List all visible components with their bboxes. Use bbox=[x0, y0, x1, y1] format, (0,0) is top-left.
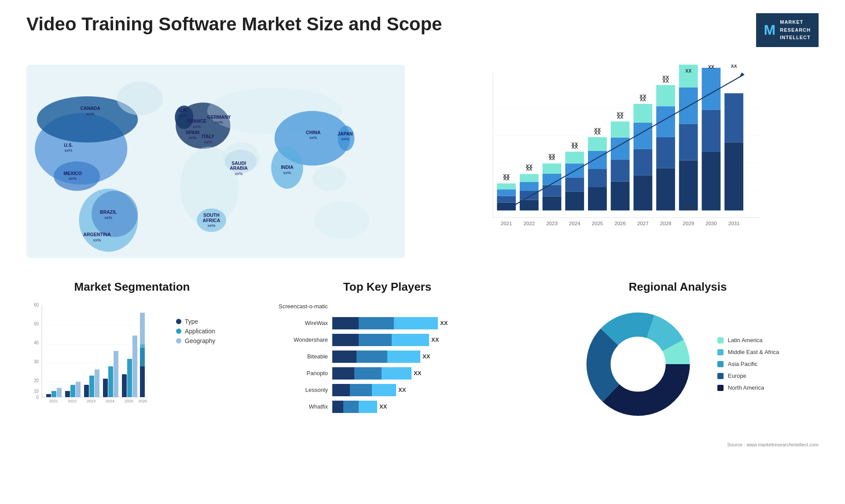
logo-text: MARKET RESEARCH INTELLECT bbox=[780, 18, 811, 42]
logo-box: M MARKET RESEARCH INTELLECT bbox=[756, 13, 819, 47]
svg-text:2021: 2021 bbox=[49, 399, 58, 403]
svg-text:2024: 2024 bbox=[569, 221, 580, 226]
svg-rect-105 bbox=[724, 142, 743, 210]
svg-rect-146 bbox=[57, 388, 62, 397]
svg-point-3 bbox=[54, 161, 100, 191]
header: Video Training Software Market Size and … bbox=[26, 13, 819, 47]
svg-text:2026: 2026 bbox=[614, 221, 626, 226]
svg-text:xx%: xx% bbox=[69, 176, 77, 181]
svg-text:2023: 2023 bbox=[87, 399, 96, 403]
legend-geography-dot bbox=[176, 338, 181, 343]
svg-rect-167 bbox=[140, 344, 145, 366]
svg-rect-166 bbox=[140, 366, 145, 397]
svg-text:10: 10 bbox=[34, 389, 39, 394]
svg-rect-62 bbox=[520, 200, 539, 210]
svg-rect-82 bbox=[611, 181, 630, 210]
player-row-lessonly: Lessonly XX bbox=[255, 384, 519, 396]
svg-rect-154 bbox=[95, 369, 99, 397]
svg-text:50: 50 bbox=[34, 321, 39, 326]
svg-text:XX: XX bbox=[708, 65, 715, 69]
svg-text:XX: XX bbox=[617, 114, 624, 120]
svg-rect-83 bbox=[611, 159, 630, 181]
svg-text:2030: 2030 bbox=[705, 221, 717, 226]
player-bar-screencast bbox=[332, 300, 519, 313]
player-row-biteable: Biteable XX bbox=[255, 351, 519, 363]
legend-application-label: Application bbox=[185, 328, 215, 335]
svg-text:xx%: xx% bbox=[65, 148, 73, 153]
svg-text:U.K.: U.K. bbox=[179, 107, 188, 113]
svg-rect-103 bbox=[702, 110, 721, 151]
legend-latin-america-color bbox=[717, 337, 724, 343]
legend-type: Type bbox=[176, 318, 215, 325]
svg-rect-64 bbox=[520, 182, 539, 191]
player-xx-whatfix: XX bbox=[379, 403, 387, 410]
svg-rect-150 bbox=[76, 382, 81, 397]
player-row-whatfix: Whatfix XX bbox=[255, 401, 519, 413]
legend-asia-pacific-label: Asia Pacific bbox=[728, 361, 757, 367]
svg-rect-75 bbox=[565, 152, 584, 164]
donut-chart bbox=[577, 303, 700, 426]
svg-text:ARGENTINA: ARGENTINA bbox=[83, 232, 111, 237]
svg-text:SOUTH: SOUTH bbox=[203, 212, 220, 218]
svg-text:AFRICA: AFRICA bbox=[203, 217, 220, 223]
svg-rect-106 bbox=[724, 93, 743, 142]
svg-rect-88 bbox=[633, 149, 652, 175]
svg-rect-98 bbox=[679, 124, 698, 160]
player-xx-biteable: XX bbox=[422, 353, 430, 360]
svg-text:40: 40 bbox=[34, 340, 39, 345]
page-title: Video Training Software Market Size and … bbox=[26, 13, 442, 35]
legend-geography: Geography bbox=[176, 337, 215, 344]
player-xx-lessonly: XX bbox=[398, 387, 406, 393]
svg-rect-160 bbox=[122, 374, 127, 397]
svg-rect-63 bbox=[520, 191, 539, 200]
svg-rect-92 bbox=[656, 168, 675, 210]
svg-text:xx%: xx% bbox=[93, 237, 102, 242]
players-chart: Screencast-o-matic WireWax XX bbox=[255, 300, 519, 413]
svg-rect-156 bbox=[103, 379, 108, 397]
bar-chart-svg: XX XX XX XX bbox=[431, 65, 810, 245]
svg-rect-87 bbox=[633, 175, 652, 210]
player-name-wondershare: Wondershare bbox=[255, 336, 328, 343]
svg-rect-72 bbox=[565, 192, 584, 211]
legend-north-america-color bbox=[717, 385, 724, 391]
svg-text:60: 60 bbox=[34, 303, 39, 307]
svg-rect-97 bbox=[679, 160, 698, 210]
player-name-wirewax: WireWax bbox=[255, 320, 328, 326]
svg-text:XX: XX bbox=[662, 78, 669, 84]
svg-text:2029: 2029 bbox=[683, 221, 694, 226]
players-container: Top Key Players Screencast-o-matic WireW… bbox=[255, 280, 519, 447]
svg-rect-70 bbox=[543, 163, 562, 173]
svg-text:XX: XX bbox=[503, 176, 510, 181]
svg-text:20: 20 bbox=[34, 378, 39, 383]
svg-rect-85 bbox=[611, 121, 630, 138]
segmentation-container: Market Segmentation 60 50 40 30 20 10 0 bbox=[26, 280, 238, 447]
legend-application-dot bbox=[176, 329, 181, 334]
svg-marker-119 bbox=[739, 73, 744, 77]
legend-europe-color bbox=[717, 373, 724, 379]
svg-rect-145 bbox=[51, 391, 56, 397]
svg-rect-162 bbox=[132, 336, 137, 397]
svg-text:SPAIN: SPAIN bbox=[186, 130, 199, 135]
player-row-panopto: Panopto XX bbox=[255, 367, 519, 380]
legend-asia-pacific-color bbox=[717, 361, 724, 367]
player-xx-panopto: XX bbox=[414, 370, 421, 376]
svg-text:ARABIA: ARABIA bbox=[230, 165, 248, 171]
svg-rect-95 bbox=[656, 85, 675, 106]
svg-rect-73 bbox=[565, 177, 584, 191]
svg-text:INDIA: INDIA bbox=[281, 164, 294, 170]
donut-legend: Latin America Middle East & Africa Asia … bbox=[717, 337, 779, 391]
svg-text:2031: 2031 bbox=[728, 221, 740, 226]
player-name-panopto: Panopto bbox=[255, 370, 328, 376]
svg-text:xx%: xx% bbox=[215, 120, 224, 124]
svg-text:XX: XX bbox=[526, 166, 533, 171]
legend-north-america: North America bbox=[717, 384, 779, 391]
segmentation-chart: 60 50 40 30 20 10 0 bbox=[26, 300, 150, 415]
legend-middle-east-label: Middle East & Africa bbox=[728, 349, 779, 355]
svg-text:XX: XX bbox=[640, 97, 647, 102]
logo-letter: M bbox=[764, 20, 776, 40]
svg-text:2025: 2025 bbox=[125, 399, 133, 403]
svg-rect-77 bbox=[588, 187, 607, 210]
player-xx-wondershare: XX bbox=[431, 336, 439, 343]
svg-text:0: 0 bbox=[36, 395, 39, 400]
svg-point-175 bbox=[611, 337, 665, 391]
